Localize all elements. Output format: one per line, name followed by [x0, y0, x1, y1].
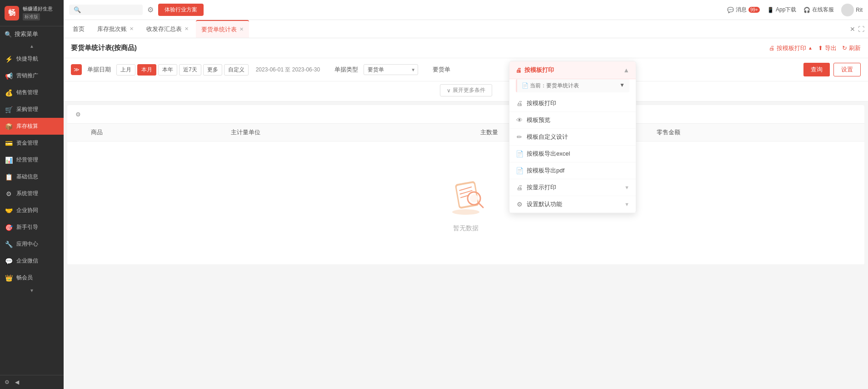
table-settings-icon[interactable]: ⚙: [73, 109, 84, 120]
dropdown-item-left: 👁 模板预览: [516, 116, 550, 124]
sidebar-item-member[interactable]: 👑 畅会员: [0, 269, 64, 286]
empty-illustration: [443, 173, 489, 219]
topbar-gear-icon[interactable]: ⚙: [147, 5, 154, 14]
member-icon: 👑: [5, 274, 13, 282]
sidebar-item-basic[interactable]: 📋 基础信息: [0, 168, 64, 185]
date-btn-this-year[interactable]: 本年: [158, 64, 177, 76]
col-unit: 主计量单位: [225, 124, 475, 141]
print-template-btn[interactable]: 🖨 按模板打印 ▲: [769, 44, 813, 52]
scroll-up-btn[interactable]: ▲: [0, 42, 64, 51]
svg-point-0: [452, 209, 479, 215]
tab-receivable[interactable]: 收发存汇总表 ✕: [141, 20, 194, 38]
sidebar-search[interactable]: 🔍 搜索菜单: [0, 26, 64, 42]
table-toolbar: ⚙: [67, 105, 864, 124]
page-actions: 🖨 按模板打印 ▲ ⬆ 导出 ↻ 刷新: [769, 44, 861, 52]
current-template-icon: 📄: [522, 82, 529, 89]
tab-order-stats[interactable]: 要货单统计表 ✕: [196, 20, 249, 38]
table-header-row: 商品 主计量单位 主数量 零售金额: [67, 124, 864, 141]
expand-more-label: 展开更多条件: [453, 86, 485, 94]
sidebar-item-operation[interactable]: 📊 经营管理: [0, 152, 64, 168]
logo-name: 畅赚通好生意: [23, 5, 53, 12]
sidebar-item-collab[interactable]: 🤝 企业协同: [0, 202, 64, 219]
table-area: ⚙ 商品 主计量单位 主数量 零售金额: [67, 105, 864, 265]
type-select[interactable]: 要货单: [364, 64, 418, 75]
export-icon: ⬆: [818, 45, 823, 51]
app-download-btn[interactable]: 📱 App下载: [767, 6, 796, 14]
dropdown-item-template-design[interactable]: ✏ 模板自定义设计: [509, 129, 636, 146]
sidebar-item-sales[interactable]: 💰 销售管理: [0, 84, 64, 101]
marketing-icon: 📢: [5, 72, 13, 80]
sidebar-item-system[interactable]: ⚙ 系统管理: [0, 185, 64, 202]
refresh-btn[interactable]: ↻ 刷新: [842, 44, 861, 52]
dropdown-item-left: ✏ 模板自定义设计: [516, 133, 568, 141]
date-btn-more[interactable]: 更多: [203, 64, 222, 76]
sidebar-item-marketing[interactable]: 📢 营销推广: [0, 67, 64, 84]
topbar-search-input[interactable]: [84, 7, 138, 13]
topbar-search-box[interactable]: 🔍: [69, 5, 143, 15]
collapse-btn[interactable]: ◀: [15, 379, 19, 385]
print-dropdown-icon: 🖨: [516, 67, 522, 74]
sidebar-item-purchase[interactable]: 🛒 采购管理: [0, 101, 64, 118]
tab-home-label: 首页: [73, 25, 85, 33]
date-btn-last-month[interactable]: 上月: [116, 64, 135, 76]
date-btn-this-month[interactable]: 本月: [137, 64, 156, 76]
tab-home[interactable]: 首页: [67, 20, 90, 38]
settings-btn[interactable]: ⚙: [5, 379, 10, 385]
sidebar-item-quick-nav[interactable]: ⚡ 快捷导航: [0, 51, 64, 67]
message-btn[interactable]: 💬 消息 99+: [727, 6, 760, 14]
sidebar-item-label: 营销推广: [16, 72, 38, 80]
sidebar-item-label: 采购管理: [16, 106, 38, 113]
display-print-arrow: ▼: [624, 185, 629, 190]
data-table: 商品 主计量单位 主数量 零售金额: [67, 124, 864, 265]
tab-close-icon[interactable]: ✕: [239, 26, 244, 32]
sidebar-item-inventory[interactable]: 📦 库存核算: [0, 118, 64, 135]
date-btn-7days[interactable]: 近7天: [179, 64, 201, 76]
message-badge: 99+: [748, 7, 760, 13]
main-content: 要货单统计表(按商品) 🖨 按模板打印 ▲ ⬆ 导出 ↻ 刷新 ≫ 单据日期 上…: [64, 38, 868, 389]
template-print-label: 按模板打印: [527, 99, 556, 107]
dropdown-item-display-print[interactable]: 🖨 按显示打印 ▼: [509, 179, 636, 196]
display-print-icon: 🖨: [516, 184, 523, 191]
expand-filter-icon[interactable]: ≫: [71, 64, 82, 75]
sidebar-item-wechat[interactable]: 💬 企业微信: [0, 253, 64, 269]
dropdown-item-export-excel[interactable]: 📄 按模板导出excel: [509, 146, 636, 162]
dropdown-item-export-pdf[interactable]: 📄 按模板导出pdf: [509, 162, 636, 179]
export-btn[interactable]: ⬆ 导出: [818, 44, 837, 52]
date-btn-custom[interactable]: 自定义: [224, 64, 249, 76]
guide-icon: 🎯: [5, 224, 13, 231]
order-code-label: 要货单: [433, 66, 450, 74]
query-button[interactable]: 查询: [803, 63, 830, 76]
print-dropdown: 🖨 按模板打印 ▲ 📄 当前：要货单统计表 ▼ 🖨 按模板打印 👁 模板预览 ✏…: [509, 61, 636, 213]
settings-button[interactable]: 设置: [833, 63, 861, 76]
logo-icon: 畅: [5, 6, 19, 20]
sidebar-item-label: 应用中心: [16, 240, 38, 248]
dropdown-item-set-default[interactable]: ⚙ 设置默认功能 ▼: [509, 196, 636, 213]
finance-icon: 💳: [5, 140, 13, 147]
topbar-right: 💬 消息 99+ 📱 App下载 🎧 在线客服 Rit: [727, 4, 863, 16]
avatar: [841, 4, 854, 16]
sidebar-item-apps[interactable]: 🔧 应用中心: [0, 236, 64, 253]
tabs-bar: 首页 库存批次账 ✕ 收发存汇总表 ✕ 要货单统计表 ✕ ✕ ⛶: [64, 20, 868, 38]
user-menu[interactable]: Rit: [841, 4, 863, 16]
tab-close-icon[interactable]: ✕: [185, 26, 189, 32]
export-pdf-icon: 📄: [516, 167, 523, 174]
online-service-btn[interactable]: 🎧 在线客服: [803, 6, 834, 14]
dropdown-close-btn[interactable]: ▲: [623, 66, 629, 74]
sidebar-item-label: 企业协同: [16, 207, 38, 214]
expand-more-btn[interactable]: ∨ 展开更多条件: [440, 84, 492, 96]
dropdown-item-template-print[interactable]: 🖨 按模板打印: [509, 95, 636, 112]
logo-tag: 标准版: [23, 13, 40, 20]
tab-maximize[interactable]: ⛶: [858, 25, 864, 33]
refresh-label: 刷新: [849, 44, 861, 52]
sidebar-item-guide[interactable]: 🎯 新手引导: [0, 219, 64, 236]
chevron-up-icon: ▲: [808, 45, 813, 51]
tab-close-icon[interactable]: ✕: [130, 26, 134, 32]
dropdown-item-template-preview[interactable]: 👁 模板预览: [509, 112, 636, 129]
wechat-icon: 💬: [5, 258, 13, 265]
sidebar-item-finance[interactable]: 💳 资金管理: [0, 135, 64, 152]
tab-close-window[interactable]: ✕: [850, 25, 855, 33]
service-icon: 🎧: [803, 7, 810, 13]
trial-button[interactable]: 体验行业方案: [158, 4, 204, 16]
tab-inventory-batch[interactable]: 库存批次账 ✕: [92, 20, 139, 38]
scroll-down-btn[interactable]: ▼: [0, 286, 64, 295]
